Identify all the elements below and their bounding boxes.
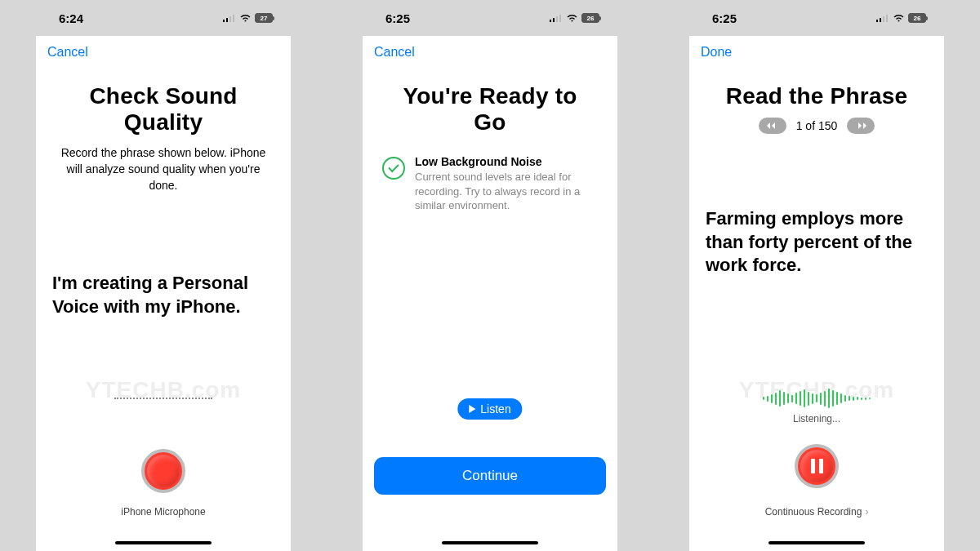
status-indicators: 26	[876, 13, 926, 23]
status-bar: 6:25 26	[689, 0, 944, 36]
page-title: You're Ready to Go	[390, 83, 590, 136]
listen-label: Listen	[480, 402, 510, 415]
screen-ready: 6:25 26 Cancel You're Ready to Go Low Ba…	[363, 0, 617, 551]
wifi-icon	[239, 14, 252, 23]
svg-rect-3	[233, 15, 234, 22]
cellular-icon	[223, 14, 236, 22]
waveform-placeholder	[114, 398, 212, 399]
svg-rect-10	[883, 16, 884, 22]
noise-description: Current sound levels are ideal for recor…	[415, 170, 598, 213]
svg-rect-4	[550, 20, 551, 22]
waveform	[763, 389, 871, 408]
svg-rect-2	[229, 16, 231, 22]
svg-rect-9	[880, 18, 881, 22]
home-indicator[interactable]	[768, 541, 865, 544]
screen-check-sound: 6:24 27 Cancel Check Sound Quality Recor…	[36, 0, 291, 551]
page-title: Read the Phrase	[710, 83, 923, 109]
pager-label: 1 of 150	[796, 119, 838, 132]
cancel-button[interactable]: Cancel	[374, 45, 415, 60]
listen-button[interactable]: Listen	[457, 398, 522, 420]
checkmark-icon	[382, 157, 405, 180]
svg-rect-5	[553, 18, 555, 22]
screen-read-phrase: 6:25 26 Done Read the Phrase 1 of 150 Fa…	[689, 0, 944, 551]
svg-rect-7	[559, 15, 561, 22]
pause-icon	[800, 450, 833, 482]
chevron-right-icon: ›	[865, 506, 868, 518]
done-button[interactable]: Done	[701, 45, 732, 60]
status-bar: 6:25 26	[363, 0, 617, 36]
continue-button[interactable]: Continue	[374, 457, 606, 495]
wifi-icon	[893, 14, 905, 23]
record-button[interactable]	[141, 449, 185, 493]
cellular-icon	[550, 14, 563, 22]
record-icon	[147, 455, 180, 487]
page-title: Check Sound Quality	[64, 83, 263, 136]
status-time: 6:25	[385, 11, 410, 25]
continuous-recording-button[interactable]: Continuous Recording ›	[689, 506, 944, 518]
nav-bar: Done	[689, 36, 944, 69]
nav-bar: Cancel	[36, 36, 291, 69]
wifi-icon	[566, 14, 578, 23]
cellular-icon	[876, 14, 889, 22]
status-time: 6:25	[712, 11, 737, 25]
svg-rect-6	[556, 16, 558, 22]
svg-rect-11	[886, 15, 888, 22]
battery-icon: 26	[908, 13, 926, 23]
svg-rect-8	[876, 20, 878, 22]
cancel-button[interactable]: Cancel	[47, 45, 88, 60]
status-indicators: 26	[550, 13, 599, 23]
phrase-text: Farming employs more than forty percent …	[706, 207, 928, 278]
watermark: YTECHB.com	[36, 377, 291, 403]
phrase-text: I'm creating a Personal Voice with my iP…	[52, 272, 274, 318]
phrase-pager: 1 of 150	[702, 118, 931, 134]
pause-button[interactable]	[795, 444, 839, 488]
battery-icon: 26	[581, 13, 599, 23]
noise-title: Low Background Noise	[415, 155, 598, 168]
status-bar: 6:24 27	[36, 0, 291, 36]
status-time: 6:24	[59, 11, 83, 25]
home-indicator[interactable]	[442, 541, 538, 544]
page-subtitle: Record the phrase shown below. iPhone wi…	[56, 145, 271, 193]
battery-icon: 27	[255, 13, 273, 23]
noise-status: Low Background Noise Current sound level…	[382, 155, 598, 213]
svg-rect-0	[223, 20, 225, 22]
play-icon	[469, 405, 475, 413]
status-indicators: 27	[223, 13, 273, 23]
prev-phrase-button[interactable]	[759, 118, 786, 134]
nav-bar: Cancel	[363, 36, 617, 69]
svg-rect-1	[226, 18, 228, 22]
microphone-label[interactable]: iPhone Microphone	[36, 506, 291, 518]
home-indicator[interactable]	[115, 541, 212, 544]
next-phrase-button[interactable]	[847, 118, 875, 134]
listening-label: Listening...	[689, 413, 944, 424]
